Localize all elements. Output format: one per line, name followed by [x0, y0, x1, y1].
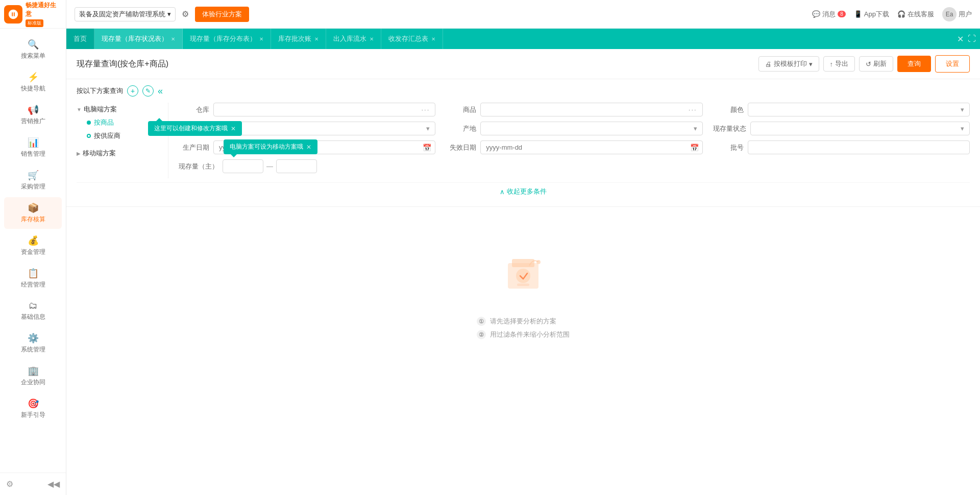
- tab-close-inventory-dist[interactable]: ✕: [259, 36, 263, 42]
- sidebar-item-enterprise[interactable]: 🏢 企业协同: [4, 360, 62, 392]
- filter-row-origin: 产地 ▾: [446, 122, 702, 135]
- filter-row-warehouse: 仓库 ···: [179, 103, 435, 116]
- msg-btn[interactable]: 💬 消息 8: [812, 10, 846, 19]
- range-dash: —: [266, 162, 273, 170]
- stock-status-arrow: ▾: [961, 125, 964, 132]
- header-left: 装备及固定资产辅助管理系统 ▾ ⚙ 体验行业方案: [75, 7, 249, 22]
- refresh-btn[interactable]: ↺ 刷新: [859, 56, 893, 72]
- msg-icon: 💬: [812, 10, 820, 18]
- stock-main-min[interactable]: [223, 159, 263, 173]
- color-arrow: ▾: [961, 106, 964, 113]
- header-settings-btn[interactable]: ⚙: [182, 9, 189, 19]
- stock-status-select[interactable]: ▾: [750, 122, 970, 135]
- collapse-up-icon: ∧: [500, 188, 505, 196]
- batch-no-label: 批号: [713, 143, 744, 152]
- page-header: 现存量查询(按仓库+商品) 🖨 按模板打印 ▾ ↑ 导出 ↺ 刷新 查询 设置: [66, 49, 980, 79]
- scheme-tree: ▼ 电脑端方案 按商品 按供应商 ▶: [77, 103, 168, 178]
- desktop-scheme-group[interactable]: ▼ 电脑端方案: [77, 103, 162, 116]
- tab-close-inout-flow[interactable]: ✕: [370, 36, 374, 42]
- svg-rect-3: [517, 284, 529, 286]
- goods-input[interactable]: ···: [480, 103, 702, 116]
- tab-recv-summary[interactable]: 收发存汇总表 ✕: [381, 29, 443, 49]
- stock-main-label: 现存量（主）: [179, 162, 218, 171]
- chevron-down-icon: ▾: [167, 10, 171, 18]
- sidebar-settings-btn[interactable]: ⚙: [6, 479, 13, 489]
- tooltip-scheme-close[interactable]: ✕: [306, 144, 311, 151]
- filter-edit-btn[interactable]: ✎: [142, 85, 154, 97]
- size-select[interactable]: ▾: [213, 122, 435, 135]
- filter-back-btn[interactable]: «: [158, 86, 163, 97]
- empty-state: ① 请先选择要分析的方案 ② 用过滤条件来缩小分析范围: [66, 207, 980, 384]
- sidebar-item-search-menu[interactable]: 🔍 搜索菜单: [4, 34, 62, 65]
- size-arrow: ▾: [426, 125, 430, 132]
- industry-btn[interactable]: 体验行业方案: [195, 7, 249, 22]
- sidebar-item-guide[interactable]: 🎯 新手引导: [4, 393, 62, 425]
- warehouse-dots: ···: [421, 106, 430, 113]
- tab-expand-btn[interactable]: ⛶: [968, 34, 976, 43]
- stock-main-max[interactable]: [276, 159, 317, 173]
- tab-inventory-status[interactable]: 现存量（库存状况表） ✕: [94, 29, 183, 49]
- tree-dot-active: [87, 121, 91, 125]
- export-btn[interactable]: ↑ 导出: [823, 56, 855, 72]
- logo: 畅捷通好生意 标准版: [0, 0, 66, 29]
- tooltip-edit-close[interactable]: ✕: [231, 125, 236, 132]
- collapse-more-btn[interactable]: ∧ 收起更多条件: [500, 187, 547, 196]
- goods-label: 商品: [446, 105, 476, 114]
- sidebar: 畅捷通好生意 标准版 🔍 搜索菜单 ⚡ 快捷导航 📢 营销推广 📊 销售管理 🛒…: [0, 0, 66, 495]
- tab-close-recv-summary[interactable]: ✕: [431, 36, 435, 42]
- tab-batch-ledger[interactable]: 库存批次账 ✕: [271, 29, 326, 49]
- template-print-btn[interactable]: 🖨 按模板打印 ▾: [758, 56, 819, 72]
- online-service-btn[interactable]: 🎧 在线客服: [897, 10, 934, 19]
- expire-calendar-icon[interactable]: 📅: [690, 144, 699, 152]
- step-num-1: ①: [477, 317, 486, 326]
- tab-inout-flow[interactable]: 出入库流水 ✕: [326, 29, 381, 49]
- tab-close-inventory-status[interactable]: ✕: [171, 36, 175, 42]
- filter-header: 按以下方案查询 + ✎ «: [77, 85, 970, 97]
- sidebar-item-system[interactable]: ⚙️ 系统管理: [4, 327, 62, 359]
- filter-row-stock-status: 现存量状态 ▾: [713, 122, 970, 135]
- filter-body: ▼ 电脑端方案 按商品 按供应商 ▶: [77, 103, 970, 178]
- stock-status-label: 现存量状态: [713, 124, 746, 133]
- color-select[interactable]: ▾: [748, 103, 970, 116]
- search-menu-icon: 🔍: [28, 39, 39, 50]
- warehouse-input[interactable]: ···: [213, 103, 435, 116]
- user-avatar[interactable]: Ea 用户: [942, 7, 972, 21]
- filter-add-btn[interactable]: +: [127, 85, 138, 97]
- stock-main-range: —: [223, 159, 439, 173]
- system-title-select[interactable]: 装备及固定资产辅助管理系统 ▾: [75, 7, 176, 21]
- sidebar-item-quick-nav[interactable]: ⚡ 快捷导航: [4, 66, 62, 98]
- print-icon: 🖨: [765, 60, 772, 68]
- tab-inventory-dist[interactable]: 现存量（库存分布表） ✕: [183, 29, 271, 49]
- origin-select[interactable]: ▾: [480, 122, 702, 135]
- tab-close-all-btn[interactable]: ✕: [957, 34, 964, 44]
- tab-close-batch-ledger[interactable]: ✕: [314, 36, 318, 42]
- goods-dots: ···: [689, 106, 697, 113]
- operations-icon: 📋: [28, 268, 39, 279]
- mobile-scheme-group[interactable]: ▶ 移动端方案: [77, 147, 162, 160]
- top-header: 装备及固定资产辅助管理系统 ▾ ⚙ 体验行业方案 💬 消息 8 📱 App下载 …: [66, 0, 980, 29]
- tab-spacer: [443, 29, 953, 49]
- sidebar-item-finance[interactable]: 💰 资金管理: [4, 230, 62, 262]
- logo-text: 畅捷通好生意 标准版: [26, 1, 62, 27]
- sidebar-item-basic-info[interactable]: 🗂 基础信息: [4, 295, 62, 326]
- tooltip-edit-scheme: 这里可以创建和修改方案哦 ✕: [148, 121, 242, 136]
- tab-right-btns: ✕ ⛶: [953, 29, 980, 49]
- header-right: 💬 消息 8 📱 App下载 🎧 在线客服 Ea 用户: [812, 7, 972, 21]
- reset-btn[interactable]: 设置: [935, 55, 970, 73]
- sidebar-item-operations[interactable]: 📋 经营管理: [4, 263, 62, 294]
- sidebar-collapse-btn[interactable]: ◀◀: [47, 479, 60, 489]
- tab-home[interactable]: 首页: [66, 29, 94, 49]
- origin-label: 产地: [446, 124, 476, 133]
- sidebar-item-inventory[interactable]: 📦 库存核算: [4, 197, 62, 229]
- sidebar-item-marketing[interactable]: 📢 营销推广: [4, 99, 62, 131]
- search-btn[interactable]: 查询: [897, 56, 931, 72]
- sidebar-item-purchase[interactable]: 🛒 采购管理: [4, 164, 62, 196]
- batch-no-input[interactable]: [748, 140, 970, 154]
- sidebar-bottom: ⚙ ◀◀: [0, 473, 66, 495]
- expire-date-input[interactable]: [480, 140, 702, 154]
- enterprise-icon: 🏢: [28, 365, 39, 376]
- app-download-btn[interactable]: 📱 App下载: [854, 10, 889, 19]
- sidebar-item-sales[interactable]: 📊 销售管理: [4, 132, 62, 163]
- produce-calendar-icon[interactable]: 📅: [423, 144, 431, 152]
- expire-date-label: 失效日期: [446, 143, 476, 152]
